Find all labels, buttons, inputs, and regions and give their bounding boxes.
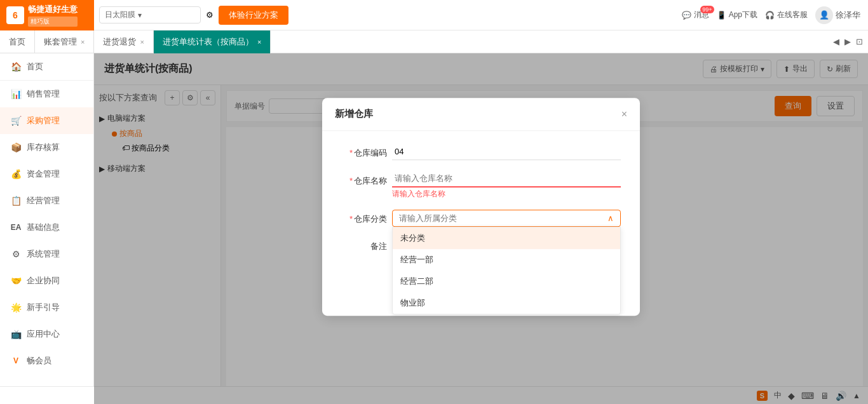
guide-icon: 🌟 [10, 302, 22, 313]
sidebar-item-home[interactable]: 🏠 首页 [0, 53, 93, 80]
tab-account[interactable]: 账套管理 × [35, 30, 94, 53]
app-download-label: App下载 [729, 10, 757, 20]
inventory-icon: 📦 [10, 142, 22, 153]
tab-prev-icon[interactable]: ◀ [833, 37, 839, 46]
dialog-title: 新增仓库 [335, 108, 373, 120]
try-button[interactable]: 体验行业方案 [219, 6, 288, 25]
tab-purchase-return-close[interactable]: × [140, 38, 144, 46]
sidebar-item-purchase-label: 采购管理 [27, 115, 60, 126]
category-dropdown: 未分类 经营一部 经营二部 物业部 [392, 227, 621, 314]
sidebar-item-inventory-label: 库存核算 [27, 142, 60, 153]
main-layout: 🏠 首页 📊 销售管理 🛒 采购管理 📦 库存核算 💰 资金管理 📋 经营管理 … [0, 53, 868, 404]
tab-purchase-stat-close[interactable]: × [257, 38, 261, 46]
tab-account-label: 账套管理 [44, 36, 77, 48]
header-actions: 💬 消息 99+ 📱 App下载 🎧 在线客服 👤 徐泽华 [682, 6, 860, 24]
dialog-header: 新增仓库 × [322, 98, 640, 131]
sidebar-item-inventory[interactable]: 📦 库存核算 [0, 134, 93, 161]
sidebar-item-sales-label: 销售管理 [27, 88, 60, 100]
sidebar-item-basic-info[interactable]: EA 基础信息 [0, 214, 93, 241]
sidebar-item-app-center-label: 应用中心 [27, 328, 60, 340]
operations-icon: 📋 [10, 195, 22, 206]
logo-text: 畅捷通好生意 精巧版 [28, 4, 78, 27]
logo-area: 6 畅捷通好生意 精巧版 [0, 0, 94, 30]
sidebar-item-finance-label: 资金管理 [27, 168, 60, 180]
tab-bar-actions: ◀ ▶ ⊡ [828, 37, 868, 46]
dropdown-item-3[interactable]: 物业部 [393, 292, 620, 314]
name-input[interactable] [392, 170, 621, 187]
tab-bar: 首页 账套管理 × 进货退货 × 进货单统计表（按商品） × ◀ ▶ ⊡ [0, 30, 868, 53]
sidebar-item-enterprise-label: 企业协同 [27, 275, 60, 286]
tab-purchase-stat[interactable]: 进货单统计表（按商品） × [154, 30, 271, 53]
settings-icon-btn[interactable]: ⚙ [206, 10, 214, 20]
tab-account-close[interactable]: × [81, 38, 85, 46]
tab-purchase-stat-label: 进货单统计表（按商品） [163, 36, 254, 48]
logo-icon: 6 [6, 6, 24, 24]
new-warehouse-dialog: 新增仓库 × 仓库编码 仓库名称 请输入仓库名称 [322, 98, 640, 316]
tab-purchase-return-label: 进货退货 [103, 36, 136, 48]
sidebar-item-purchase[interactable]: 🛒 采购管理 [0, 107, 93, 134]
sidebar-item-member-label: 畅会员 [27, 355, 51, 367]
member-icon: V [10, 355, 22, 367]
form-row-name: 仓库名称 请输入仓库名称 [341, 170, 621, 199]
sales-icon: 📊 [10, 88, 22, 100]
sidebar-item-home-label: 首页 [27, 61, 43, 72]
headset-icon: 🎧 [765, 11, 775, 20]
basic-info-icon: EA [10, 222, 22, 233]
sidebar-item-app-center[interactable]: 📺 应用中心 [0, 321, 93, 347]
app-download-btn[interactable]: 📱 App下载 [717, 10, 757, 20]
sidebar-item-operations[interactable]: 📋 经营管理 [0, 187, 93, 214]
name-error-msg: 请输入仓库名称 [392, 189, 445, 199]
message-icon: 💬 [682, 11, 691, 20]
sidebar-item-operations-label: 经营管理 [27, 195, 60, 206]
message-icon-btn[interactable]: 💬 消息 99+ [682, 10, 709, 20]
chevron-down-icon: ▾ [138, 11, 142, 20]
sidebar-item-guide[interactable]: 🌟 新手引导 [0, 294, 93, 321]
category-select[interactable]: ∧ [392, 210, 621, 227]
sidebar-item-sales[interactable]: 📊 销售管理 [0, 81, 93, 107]
code-input[interactable] [392, 144, 621, 160]
sidebar-item-guide-label: 新手引导 [27, 302, 60, 313]
dialog-body: 仓库编码 仓库名称 请输入仓库名称 仓库分类 ∧ [322, 131, 640, 276]
content-area: 进货单统计(按商品) 🖨 按模板打印 ▾ ⬆ 导出 ↻ 刷新 [94, 53, 868, 404]
tab-next-icon[interactable]: ▶ [844, 37, 851, 46]
enterprise-icon: 🤝 [10, 275, 22, 286]
form-row-category: 仓库分类 ∧ 未分类 经营一部 经营二部 物业部 [341, 210, 621, 227]
sidebar-item-system[interactable]: ⚙ 系统管理 [0, 241, 93, 267]
search-value: 日太阳膜 [105, 10, 135, 20]
message-badge: 99+ [700, 6, 714, 13]
code-label: 仓库编码 [341, 144, 392, 159]
online-service-btn[interactable]: 🎧 在线客服 [765, 10, 808, 20]
dropdown-item-0[interactable]: 未分类 [393, 227, 620, 249]
avatar: 👤 [815, 6, 833, 24]
system-icon: ⚙ [10, 248, 22, 260]
app-center-icon: 📺 [10, 328, 22, 340]
sidebar-item-enterprise[interactable]: 🤝 企业协同 [0, 267, 93, 294]
user-menu[interactable]: 👤 徐泽华 [815, 6, 860, 24]
tab-expand-icon[interactable]: ⊡ [856, 37, 863, 46]
select-arrow-icon: ∧ [607, 213, 614, 223]
sidebar-item-basic-info-label: 基础信息 [27, 222, 60, 233]
top-header: 6 畅捷通好生意 精巧版 日太阳膜 ▾ ⚙ 体验行业方案 💬 消息 99+ 📱 … [0, 0, 868, 30]
user-name: 徐泽华 [836, 10, 860, 21]
sidebar: 🏠 首页 📊 销售管理 🛒 采购管理 📦 库存核算 💰 资金管理 📋 经营管理 … [0, 53, 94, 404]
dropdown-item-1[interactable]: 经营一部 [393, 249, 620, 271]
sidebar-item-member[interactable]: V 畅会员 [0, 347, 93, 374]
sidebar-item-system-label: 系统管理 [27, 248, 60, 260]
remark-label: 备注 [341, 237, 392, 252]
phone-icon: 📱 [717, 11, 726, 20]
tab-home[interactable]: 首页 [0, 30, 35, 53]
dropdown-item-2[interactable]: 经营二部 [393, 271, 620, 292]
tab-home-label: 首页 [9, 36, 25, 48]
online-service-label: 在线客服 [777, 10, 808, 20]
purchase-icon: 🛒 [10, 115, 22, 126]
name-label: 仓库名称 [341, 172, 392, 187]
finance-icon: 💰 [10, 168, 22, 180]
search-input-area[interactable]: 日太阳膜 ▾ [99, 6, 201, 24]
category-input[interactable] [399, 213, 607, 223]
tab-purchase-return[interactable]: 进货退货 × [94, 30, 153, 53]
home-icon: 🏠 [10, 61, 22, 72]
form-row-code: 仓库编码 [341, 144, 621, 160]
category-label: 仓库分类 [341, 210, 392, 225]
dialog-close-btn[interactable]: × [621, 109, 627, 120]
sidebar-item-finance[interactable]: 💰 资金管理 [0, 161, 93, 187]
